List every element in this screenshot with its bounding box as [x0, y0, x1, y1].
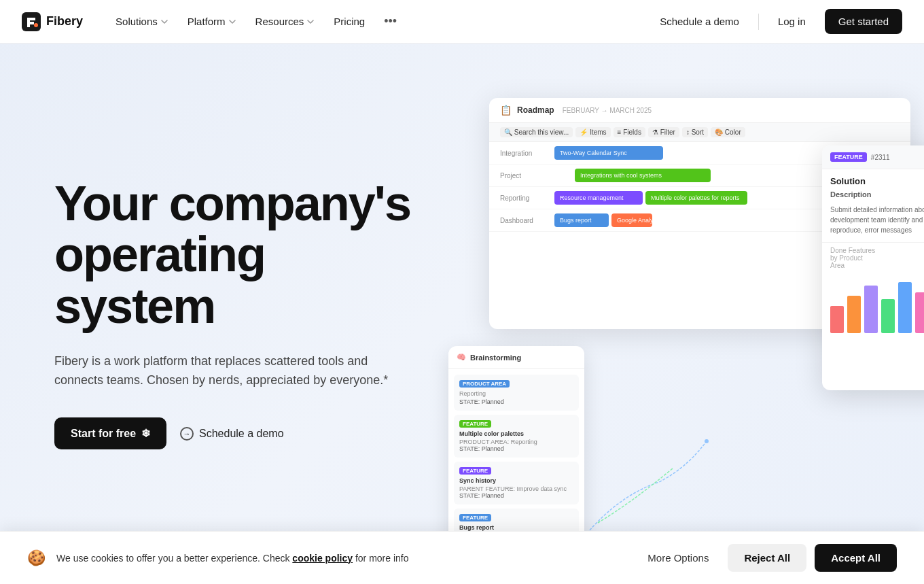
- cookie-banner: 🍪 We use cookies to offer you a better e…: [0, 531, 924, 584]
- svg-rect-7: [881, 299, 895, 333]
- cookie-buttons: More Options Reject All Accept All: [637, 544, 897, 572]
- connector-lines: [578, 414, 713, 550]
- chevron-down-icon: [228, 18, 236, 26]
- chevron-down-icon: [306, 18, 315, 26]
- cookie-policy-link[interactable]: cookie policy: [292, 553, 353, 564]
- roadmap-lane-reporting: Reporting Resource management Multiple c…: [489, 187, 910, 209]
- nav-more[interactable]: •••: [376, 9, 405, 34]
- brainstorm-header: 🧠 Brainstorming: [448, 346, 584, 369]
- nav-right: Schedule a demo Log in Get started: [649, 9, 902, 34]
- roadmap-header: 📋 Roadmap FEBRUARY → MARCH 2025: [489, 98, 910, 123]
- hero-title: Your company's operating system: [54, 178, 421, 332]
- nav-solutions[interactable]: Solutions: [107, 10, 177, 33]
- schedule-demo-cta-button[interactable]: → Schedule a demo: [180, 427, 284, 441]
- cookie-text: We use cookies to offer you a better exp…: [56, 553, 626, 564]
- hero-content: Your company's operating system Fibery i…: [0, 44, 462, 584]
- nav-pricing[interactable]: Pricing: [325, 10, 373, 33]
- arrow-circle-icon: →: [180, 427, 194, 441]
- reject-all-button[interactable]: Reject All: [728, 544, 806, 572]
- screenshot-container: 📋 Roadmap FEBRUARY → MARCH 2025 🔍 Search…: [448, 44, 924, 584]
- logo[interactable]: Fibery: [22, 12, 83, 31]
- feature-detail-screenshot: FEATURE #2311 Solution Description Submi…: [822, 145, 924, 390]
- hero-screenshot: 📋 Roadmap FEBRUARY → MARCH 2025 🔍 Search…: [448, 44, 924, 584]
- svg-rect-8: [898, 282, 912, 333]
- hero-cta: Start for free ❄ → Schedule a demo: [54, 417, 421, 449]
- nav-resources[interactable]: Resources: [247, 10, 323, 33]
- schedule-demo-button[interactable]: Schedule a demo: [649, 10, 750, 33]
- more-options-button[interactable]: More Options: [637, 545, 719, 570]
- start-for-free-button[interactable]: Start for free ❄: [54, 417, 166, 449]
- navbar: Fibery Solutions Platform Resources Pric…: [0, 0, 924, 44]
- roadmap-body: Integration Two-Way Calendar Sync Projec…: [489, 142, 910, 232]
- brainstorm-card-3: FEATURE Sync history PARENT FEATURE: Imp…: [454, 462, 579, 504]
- accept-all-button[interactable]: Accept All: [815, 544, 897, 572]
- svg-rect-6: [864, 286, 878, 333]
- hero-section: Your company's operating system Fibery i…: [0, 0, 924, 584]
- roadmap-lane-dashboard: Dashboard Bugs report Google Analytics: [489, 209, 910, 232]
- roadmap-screenshot: 📋 Roadmap FEBRUARY → MARCH 2025 🔍 Search…: [489, 98, 910, 329]
- nav-links: Solutions Platform Resources Pricing •••: [107, 9, 649, 34]
- fibery-logo-icon: [22, 12, 41, 31]
- roadmap-toolbar: 🔍 Search this view... ⚡ Items ≡ Fields ⚗…: [489, 123, 910, 142]
- login-button[interactable]: Log in: [767, 10, 817, 33]
- chevron-down-icon: [160, 18, 168, 26]
- roadmap-lane-project: Project Integrations with cool systems: [489, 165, 910, 187]
- svg-rect-4: [830, 306, 844, 333]
- brainstorm-card-1: PRODUCT AREA Reporting STATE: Planned: [454, 375, 579, 411]
- svg-rect-5: [847, 296, 861, 333]
- logo-text: Fibery: [46, 14, 83, 29]
- get-started-button[interactable]: Get started: [825, 9, 902, 34]
- brainstorm-card-2: FEATURE Multiple color palettes PRODUCT …: [454, 415, 579, 458]
- snowflake-icon: ❄: [141, 427, 150, 440]
- hero-subtitle: Fibery is a work platform that replaces …: [54, 351, 408, 391]
- feature-field-1: Done Features by Product Area: [822, 242, 924, 273]
- nav-platform[interactable]: Platform: [179, 10, 245, 33]
- svg-point-3: [705, 439, 709, 443]
- roadmap-lane-integration: Integration Two-Way Calendar Sync: [489, 142, 910, 165]
- nav-divider: [758, 14, 759, 30]
- cookie-icon: 🍪: [27, 549, 46, 567]
- svg-point-1: [34, 23, 38, 27]
- svg-rect-9: [915, 292, 924, 333]
- feature-header: FEATURE #2311: [822, 145, 924, 169]
- mini-chart: [830, 279, 924, 333]
